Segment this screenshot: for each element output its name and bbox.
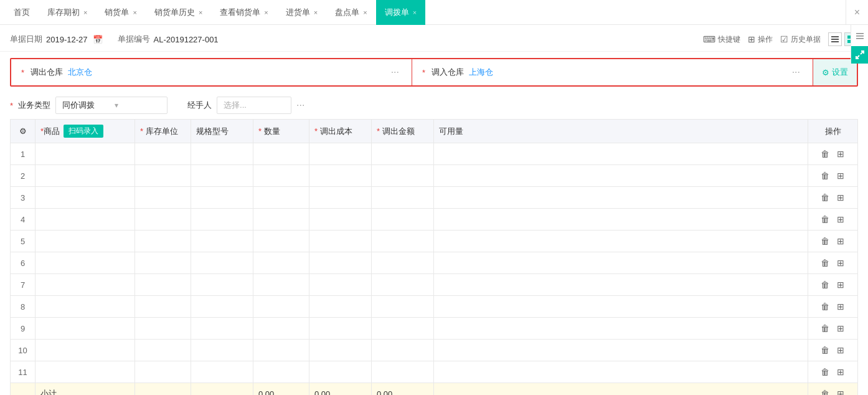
qty-col-header: * 数量 xyxy=(253,120,309,143)
tab-home[interactable]: 首页 xyxy=(5,0,39,25)
in-warehouse-field: * 调入仓库 上海仓 ··· xyxy=(412,59,813,85)
svg-rect-8 xyxy=(856,36,864,37)
row-copy-icon[interactable]: ⊞ xyxy=(834,256,847,270)
tab-close-inventory-init[interactable]: × xyxy=(83,9,87,16)
row-qty-cell xyxy=(253,296,309,318)
row-amount-cell xyxy=(372,231,434,252)
settings-col-header[interactable]: ⚙ xyxy=(11,120,35,143)
row-op-cell: 🗑 ⊞ xyxy=(808,187,858,209)
items-table: ⚙ * 商品 扫码录入 * 库存单位 规格型号 xyxy=(10,119,858,395)
tab-close-sales-order[interactable]: × xyxy=(133,9,136,16)
operations-button[interactable]: ⊞ 操作 xyxy=(748,34,773,45)
scan-entry-button[interactable]: 扫码录入 xyxy=(64,125,103,138)
row-spec-cell xyxy=(191,274,253,296)
row-copy-icon[interactable]: ⊞ xyxy=(834,169,847,183)
row-copy-icon[interactable]: ⊞ xyxy=(834,234,847,248)
right-sidebar xyxy=(851,25,868,64)
row-qty-cell xyxy=(253,274,309,296)
calendar-icon[interactable]: 📅 xyxy=(93,35,103,44)
row-index-cell: 1 xyxy=(11,143,35,165)
amount-col-header: * 调出金额 xyxy=(372,120,434,143)
subtotal-label-cell: 小计 xyxy=(35,383,135,396)
tab-sales-history[interactable]: 销货单历史 × xyxy=(146,0,211,25)
row-index-cell: 4 xyxy=(11,209,35,231)
subtotal-delete-icon[interactable]: 🗑 xyxy=(818,387,832,395)
business-type-select[interactable]: 同价调拨 ▾ xyxy=(55,97,167,114)
form-header: 单据日期 2019-12-27 📅 单据编号 AL-20191227-001 ⌨… xyxy=(0,25,868,52)
out-warehouse-field: * 调出仓库 北京仓 ··· xyxy=(11,59,412,85)
history-button[interactable]: ☑ 历史单据 xyxy=(780,34,821,45)
row-product-cell[interactable] xyxy=(35,143,135,165)
tab-close-transfer[interactable]: × xyxy=(413,9,417,16)
close-all-button[interactable]: × xyxy=(846,0,868,25)
row-delete-icon[interactable]: 🗑 xyxy=(818,212,832,226)
row-amount-cell xyxy=(372,340,434,361)
row-copy-icon[interactable]: ⊞ xyxy=(834,321,847,335)
row-delete-icon[interactable]: 🗑 xyxy=(818,365,832,379)
tab-close-view-sales[interactable]: × xyxy=(264,9,268,16)
row-product-cell[interactable] xyxy=(35,296,135,318)
row-delete-icon[interactable]: 🗑 xyxy=(818,278,832,292)
row-copy-icon[interactable]: ⊞ xyxy=(834,365,847,379)
tab-view-sales[interactable]: 查看销货单 × xyxy=(211,0,276,25)
svg-rect-1 xyxy=(831,39,839,40)
row-delete-icon[interactable]: 🗑 xyxy=(818,321,832,335)
row-product-cell[interactable] xyxy=(35,318,135,340)
main-content: 单据日期 2019-12-27 📅 单据编号 AL-20191227-001 ⌨… xyxy=(0,25,868,395)
tab-inventory-init[interactable]: 库存期初 × xyxy=(39,0,96,25)
row-cost-cell xyxy=(309,340,372,361)
out-warehouse-more-button[interactable]: ··· xyxy=(389,67,402,78)
row-copy-icon[interactable]: ⊞ xyxy=(834,212,847,226)
in-warehouse-more-button[interactable]: ··· xyxy=(790,67,803,78)
sidebar-list-icon[interactable] xyxy=(851,27,869,45)
row-product-cell[interactable] xyxy=(35,231,135,252)
in-warehouse-value[interactable]: 上海仓 xyxy=(469,67,785,78)
in-warehouse-label: 调入仓库 xyxy=(432,67,464,78)
row-spec-cell xyxy=(191,143,253,165)
layout-list-button[interactable] xyxy=(828,32,842,46)
row-copy-icon[interactable]: ⊞ xyxy=(834,343,847,357)
row-amount-cell xyxy=(372,209,434,231)
row-copy-icon[interactable]: ⊞ xyxy=(834,300,847,313)
row-product-cell[interactable] xyxy=(35,252,135,274)
row-qty-cell xyxy=(253,318,309,340)
person-select[interactable]: 选择... xyxy=(217,97,291,114)
shortcuts-button[interactable]: ⌨ 快捷键 xyxy=(703,34,740,45)
row-unit-cell xyxy=(135,187,191,209)
row-product-cell[interactable] xyxy=(35,187,135,209)
row-delete-icon[interactable]: 🗑 xyxy=(818,300,832,313)
row-copy-icon[interactable]: ⊞ xyxy=(834,278,847,292)
row-product-cell[interactable] xyxy=(35,340,135,361)
table-row: 7 🗑 ⊞ xyxy=(11,274,858,296)
tab-close-sales-history[interactable]: × xyxy=(199,9,202,16)
tab-transfer[interactable]: 调拨单 × xyxy=(376,0,425,25)
sidebar-expand-icon[interactable] xyxy=(851,46,869,64)
row-unit-cell xyxy=(135,340,191,361)
row-delete-icon[interactable]: 🗑 xyxy=(818,147,832,161)
row-product-cell[interactable] xyxy=(35,361,135,383)
tab-stocktake[interactable]: 盘点单 × xyxy=(326,0,375,25)
tab-close-stocktake[interactable]: × xyxy=(363,9,367,16)
row-product-cell[interactable] xyxy=(35,274,135,296)
tab-purchase-order[interactable]: 进货单 × xyxy=(277,0,326,25)
tab-close-purchase[interactable]: × xyxy=(314,9,318,16)
subtotal-op-cell: 🗑 ⊞ xyxy=(808,383,858,396)
row-index-cell: 11 xyxy=(11,361,35,383)
row-delete-icon[interactable]: 🗑 xyxy=(818,169,832,183)
row-product-cell[interactable] xyxy=(35,209,135,231)
row-copy-icon[interactable]: ⊞ xyxy=(834,191,847,204)
keyboard-icon: ⌨ xyxy=(703,34,715,44)
subtotal-copy-icon[interactable]: ⊞ xyxy=(834,387,847,395)
row-delete-icon[interactable]: 🗑 xyxy=(818,234,832,248)
row-product-cell[interactable] xyxy=(35,165,135,187)
row-delete-icon[interactable]: 🗑 xyxy=(818,191,832,204)
person-more-button[interactable]: ··· xyxy=(296,100,304,111)
row-copy-icon[interactable]: ⊞ xyxy=(834,147,847,161)
row-index-cell: 8 xyxy=(11,296,35,318)
notes-icon xyxy=(855,31,865,41)
row-delete-icon[interactable]: 🗑 xyxy=(818,256,832,270)
out-warehouse-value[interactable]: 北京仓 xyxy=(68,67,384,78)
chevron-down-icon: ▾ xyxy=(115,101,162,110)
row-delete-icon[interactable]: 🗑 xyxy=(818,343,832,357)
tab-sales-order[interactable]: 销货单 × xyxy=(96,0,145,25)
